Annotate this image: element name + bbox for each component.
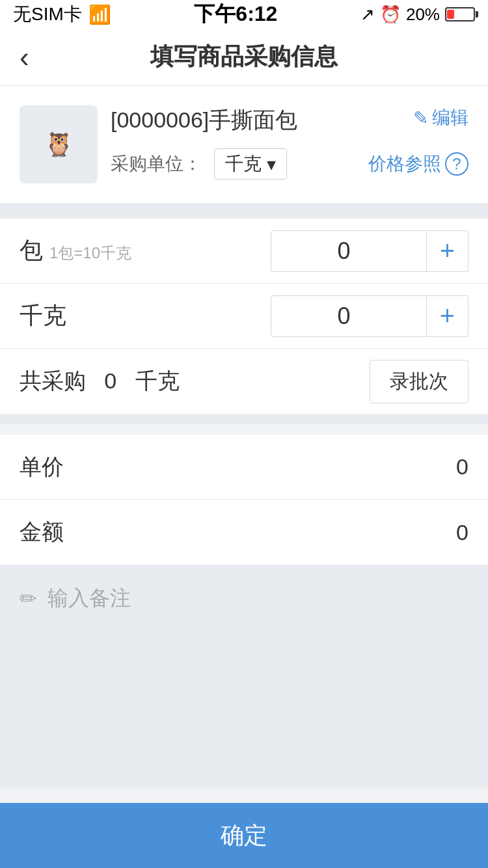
quantity-section: 包 1包=10千克 + 千克 +: [0, 219, 488, 349]
edit-button[interactable]: ✎ 编辑: [413, 105, 468, 130]
location-icon: ↗: [360, 5, 375, 25]
kg-plus-button[interactable]: +: [427, 295, 468, 337]
pencil-icon: ✏: [20, 586, 37, 611]
bags-label: 包: [20, 235, 43, 267]
page-title: 填写商品采购信息: [150, 41, 338, 73]
product-logo: 🦉: [44, 131, 74, 158]
unit-price-value: 0: [456, 454, 468, 480]
kg-label: 千克: [20, 300, 66, 332]
amount-value: 0: [456, 520, 468, 545]
unit-select[interactable]: 千克 ▾: [214, 148, 287, 180]
product-header: [0000006]手撕面包 ✎ 编辑: [111, 105, 468, 135]
carrier-text: 无SIM卡: [13, 2, 82, 27]
chevron-down-icon: ▾: [267, 154, 276, 175]
batch-button[interactable]: 录批次: [370, 360, 468, 403]
summary-amount: 0: [104, 368, 116, 393]
product-unit-row: 采购单位： 千克 ▾ 价格参照 ?: [111, 148, 468, 180]
quantity-row-kg: 千克 +: [0, 284, 488, 349]
summary-row: 共采购 0 千克 录批次: [0, 349, 488, 414]
status-right: ↗ ⏰ 20%: [360, 5, 475, 25]
section-divider-1: [0, 208, 488, 219]
status-time: 下午6:12: [194, 0, 277, 29]
confirm-button[interactable]: 确定: [0, 803, 488, 868]
section-divider-2: [0, 414, 488, 424]
bags-plus-button[interactable]: +: [427, 230, 468, 272]
summary-text: 共采购 0 千克: [20, 366, 180, 396]
amount-row: 金额 0: [0, 500, 488, 565]
alarm-icon: ⏰: [380, 5, 401, 25]
kg-input-group: +: [271, 295, 468, 337]
battery-text: 20%: [406, 5, 440, 25]
back-button[interactable]: ‹: [20, 41, 29, 74]
unit-price-label: 单价: [20, 452, 64, 482]
product-card: 🦉 [0000006]手撕面包 ✎ 编辑 采购单位： 千克 ▾ 价格参照 ?: [0, 86, 488, 208]
price-section: 单价 0 金额 0: [0, 435, 488, 565]
status-bar: 无SIM卡 📶 下午6:12 ↗ ⏰ 20%: [0, 0, 488, 29]
amount-label: 金额: [20, 517, 64, 547]
edit-label: 编辑: [432, 105, 468, 130]
content-background: [0, 632, 488, 789]
battery-fill: [447, 10, 454, 19]
bags-input[interactable]: [271, 230, 427, 272]
unit-selector-group: 采购单位： 千克 ▾: [111, 148, 287, 180]
status-left: 无SIM卡 📶: [13, 2, 111, 27]
edit-icon: ✎: [413, 107, 428, 129]
unit-price-row: 单价 0: [0, 435, 488, 500]
wifi-icon: 📶: [88, 4, 111, 25]
help-icon: ?: [445, 152, 468, 176]
battery-icon: [445, 7, 475, 21]
product-info: [0000006]手撕面包 ✎ 编辑 采购单位： 千克 ▾ 价格参照 ?: [111, 105, 468, 180]
bags-label-group: 包 1包=10千克: [20, 235, 150, 267]
product-name: [0000006]手撕面包: [111, 105, 297, 135]
price-ref-button[interactable]: 价格参照 ?: [368, 152, 468, 176]
confirm-button-label: 确定: [221, 820, 267, 852]
kg-input[interactable]: [271, 295, 427, 337]
notes-section[interactable]: ✏ 输入备注: [0, 565, 488, 632]
summary-prefix: 共采购: [20, 368, 86, 393]
quantity-row-bags: 包 1包=10千克 +: [0, 219, 488, 284]
bags-input-group: +: [271, 230, 468, 272]
bags-sub-label: 1包=10千克: [49, 243, 131, 264]
nav-bar: ‹ 填写商品采购信息: [0, 29, 488, 86]
product-thumbnail: 🦉: [20, 105, 98, 183]
price-ref-label: 价格参照: [368, 152, 441, 176]
kg-label-group: 千克: [20, 300, 150, 332]
notes-placeholder: 输入备注: [47, 584, 131, 613]
unit-label: 采购单位：: [111, 154, 202, 174]
unit-value: 千克: [225, 152, 262, 176]
summary-unit: 千克: [135, 368, 180, 393]
